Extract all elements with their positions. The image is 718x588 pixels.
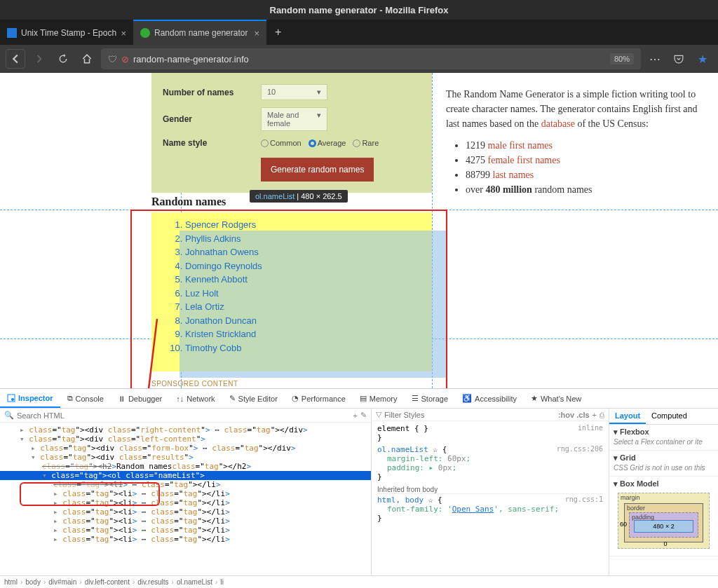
search-html-input[interactable] [17,411,351,420]
tree-node[interactable]: ▾ class="tag"><div class="left-content"> [0,435,371,444]
tab-unix-timestamp[interactable]: Unix Time Stamp - Epoch × [0,20,133,45]
dom-breadcrumb[interactable]: html› body› div#main› div.left-content› … [0,575,718,588]
styles-panel: ▽ :hov .cls + ⎙ inlineelement { } } rng.… [372,409,609,575]
tab-style-editor[interactable]: ✎Style Editor [222,389,285,408]
tab-accessibility[interactable]: ♿Accessibility [455,389,524,408]
inherited-section: Inherited from body [377,486,603,494]
number-of-names-label: Number of names [163,88,261,97]
gender-select[interactable]: Male and female▾ [261,107,327,131]
annotation-arrow [136,312,164,388]
browser-toolbar: 🛡 ⊘ random-name-generator.info 80% ⋯ ★ [0,45,718,73]
devtools-panel: Inspector ⧉Console ⏸Debugger ↑↓Network ✎… [0,388,718,588]
annotation-box [130,210,447,388]
tree-node[interactable]: class="tag"><h2>Random namesclass="tag">… [0,462,371,471]
database-link[interactable]: database [541,118,575,129]
tab-label: Unix Time Stamp - Epoch [21,28,116,38]
tab-performance[interactable]: ◔Performance [285,389,353,408]
favicon-icon [7,28,17,38]
tab-network[interactable]: ↑↓Network [169,389,222,408]
forward-button[interactable] [29,49,49,69]
grid-heading: ▾ Grid [614,453,714,463]
new-tab-button[interactable]: + [266,20,290,45]
style-average-radio[interactable]: Average [309,139,346,147]
svg-point-2 [11,398,14,401]
filter-styles-input[interactable] [384,411,555,419]
tree-node[interactable]: ▾ class="tag"><ol class="nameList"> [0,471,371,480]
url-bar[interactable]: 🛡 ⊘ random-name-generator.info 80% [101,48,641,69]
back-button[interactable] [6,49,25,69]
overflow-menu-icon[interactable]: ⋯ [645,49,665,69]
search-icon: 🔍 [4,411,14,420]
tab-inspector[interactable]: Inspector [0,389,60,408]
close-icon[interactable]: × [121,28,126,39]
rule-element[interactable]: element { } [377,424,428,433]
svg-rect-1 [8,395,15,402]
bookmark-star-icon[interactable]: ★ [693,49,712,69]
female-names-link[interactable]: female first names [488,155,560,165]
number-of-names-select[interactable]: 10▾ [261,84,327,100]
browser-tabstrip: Unix Time Stamp - Epoch × Random name ge… [0,20,718,45]
flexbox-heading: ▾ Flexbox [614,428,714,437]
male-names-link[interactable]: male first names [488,140,553,151]
zoom-badge[interactable]: 80% [610,53,634,64]
css-prop[interactable]: padding: ▸ 0px; [377,463,603,472]
tree-node[interactable]: ▾ class="tag"><div class="results"> [0,453,371,462]
inspector-tooltip: ol.nameList | 480 × 262.5 [250,190,348,203]
name-style-label: Name style [163,138,261,148]
tree-node[interactable]: ▸ class="tag"><li> ⋯ class="tag"></li> [0,507,371,517]
home-button[interactable] [77,49,97,69]
style-common-radio[interactable]: Common [261,139,302,147]
css-prop[interactable]: margin-left: 60px; [377,454,603,463]
tab-random-name[interactable]: Random name generator × [133,20,266,45]
rule-body[interactable]: html, body [377,495,424,505]
last-names-link[interactable]: last names [493,170,534,180]
shield-icon: 🛡 [108,54,117,64]
close-icon[interactable]: × [254,28,259,39]
layout-tab[interactable]: Layout [609,409,646,424]
eyedropper-icon[interactable]: ✎ [360,411,367,420]
tab-storage[interactable]: ☰Storage [405,389,456,408]
tree-node[interactable]: ▸ class="tag"><li> ⋯ class="tag"></li> [0,535,371,544]
rule-selector[interactable]: ol.nameList [377,445,428,454]
tab-debugger[interactable]: ⏸Debugger [111,389,169,408]
hover-cls-badges[interactable]: :hov .cls [558,411,590,419]
devtools-tabs: Inspector ⧉Console ⏸Debugger ↑↓Network ✎… [0,389,718,409]
window-titlebar: Random name generator - Mozilla Firefox [0,0,718,20]
tree-node[interactable]: ▸ class="tag"><div class="right-content"… [0,425,371,435]
box-model-heading: ▾ Box Model [614,479,714,488]
refresh-button[interactable] [53,49,73,69]
favicon-icon [140,28,150,38]
style-rare-radio[interactable]: Rare [353,139,379,147]
box-model-diagram: margin border padding 480 × 2 60 0 [614,488,714,553]
css-prop[interactable]: font-family: 'Open Sans', sans-serif; [377,505,603,514]
tree-node[interactable]: ▸ class="tag"><div class="form-box"> ⋯ c… [0,444,371,453]
chevron-down-icon: ▾ [317,88,321,97]
computed-tab[interactable]: Computed [646,409,693,424]
svg-line-0 [140,319,157,388]
tree-node[interactable]: ▸ class="tag"><li> ⋯ class="tag"></li> [0,517,371,526]
dom-tree-panel: 🔍 + ✎ ▸ class="tag"><div class="right-co… [0,409,372,575]
add-rule-button[interactable]: + [592,411,597,419]
sidebar-description: The Random Name Generator is a simple fi… [446,87,698,197]
tree-node[interactable]: ▸ class="tag"><li> ⋯ class="tag"></li> [0,526,371,535]
pocket-icon[interactable] [669,49,689,69]
gender-label: Gender [163,114,261,124]
filter-icon: ▽ [376,410,381,419]
tab-memory[interactable]: ▤Memory [353,389,405,408]
layout-panel: Layout Computed ▾ Flexbox Select a Flex … [609,409,718,575]
permission-icon: ⊘ [121,54,129,64]
generate-button[interactable]: Generate random names [261,158,374,182]
add-button[interactable]: + [353,411,358,420]
annotation-box-tree [20,482,160,506]
tab-whats-new[interactable]: ★What's New [524,389,588,408]
page-content: Number of names 10▾ Gender Male and fema… [0,73,718,388]
print-icon[interactable]: ⎙ [600,411,604,419]
form-box: Number of names 10▾ Gender Male and fema… [151,73,432,193]
tab-console[interactable]: ⧉Console [60,389,111,408]
chevron-down-icon: ▾ [317,111,321,128]
window-title: Random name generator - Mozilla Firefox [270,5,449,15]
tab-label: Random name generator [154,28,248,38]
url-text: random-name-generator.info [133,54,249,64]
